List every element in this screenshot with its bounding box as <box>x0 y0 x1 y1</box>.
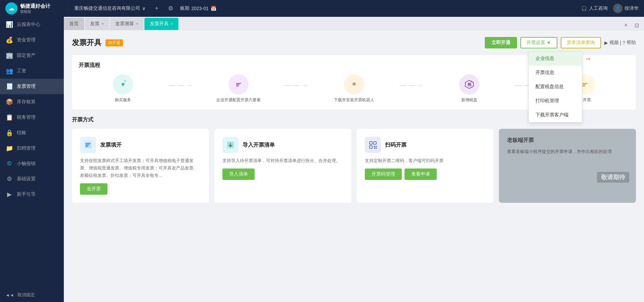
top-right: 🎧 人工咨询 👤 徐泽华 <box>581 4 639 13</box>
flow-arrow-3: — — → <box>400 81 424 96</box>
dropdown-item-download[interactable]: 下载开票客户端 <box>529 108 582 122</box>
sidebar-item-gudingzichan[interactable]: 🏢 固定资产 <box>0 48 64 63</box>
sidebar-item-gongzi[interactable]: 👥 工资 <box>0 63 64 79</box>
tab-home[interactable]: 首页 <box>64 18 84 30</box>
pin-icon: ◄◄ <box>5 293 14 298</box>
video-help-area[interactable]: ▶ 视频 | ? 帮助 <box>604 40 636 46</box>
sidebar-item-jichu[interactable]: ⚙ 基础设置 <box>0 171 64 187</box>
sidebar-item-fapiao[interactable]: 🧾 发票管理 <box>0 79 64 94</box>
calendar-icon[interactable]: 📅 <box>211 6 216 11</box>
scan-apply-btn[interactable]: 查看申请 <box>404 168 437 180</box>
svg-rect-16 <box>583 86 585 86</box>
tab-fapiao-kaiju[interactable]: 发票开具 × <box>144 18 178 30</box>
scan-buttons: 开票码管理 查看申请 <box>365 168 486 180</box>
dropdown-item-printer[interactable]: 打印机管理 <box>529 94 582 108</box>
tab-close-icon[interactable]: × <box>101 22 104 26</box>
help-label: 帮助 <box>627 40 636 46</box>
tab-fapiao-cesuan[interactable]: 发票测算 × <box>110 18 144 30</box>
company-selector[interactable]: 重庆畅捷交通信息咨询有限公司 ∨ <box>72 4 148 13</box>
svg-rect-5 <box>236 84 240 85</box>
boss-title: 老板端开票 <box>507 137 534 144</box>
abnormal-button[interactable]: 异常清单查询 <box>561 37 601 48</box>
user-area[interactable]: 👤 徐泽华 <box>613 4 639 13</box>
settings-icon[interactable]: ⚙ <box>165 3 176 13</box>
scan-manage-btn[interactable]: 开票码管理 <box>365 168 402 180</box>
tab-fapiao[interactable]: 发票 × <box>85 18 109 30</box>
fill-title: 发票填开 <box>100 142 122 149</box>
scan-desc: 支持定制开票二维码，客户端可扫码开票 <box>365 157 486 164</box>
step4-icon: 税+ <box>459 74 479 95</box>
people-icon: 👥 <box>5 67 13 75</box>
tab-label: 发票开具 <box>150 21 169 27</box>
dropdown-item-company[interactable]: 企业信息 → <box>529 51 582 66</box>
svg-rect-27 <box>374 148 375 149</box>
status-badge: 待开通 <box>105 39 123 46</box>
fill-btn[interactable]: 去开票 <box>80 183 108 195</box>
red-arrow-icon: → <box>585 55 591 63</box>
import-title: 导入开票清单 <box>243 142 275 149</box>
method-card-import: 导入开票清单 支持导入待开票清单，可对待开票清单进行拆分、合并处理。 导入清单 <box>214 129 351 203</box>
building-icon: 🏢 <box>5 52 13 59</box>
svg-rect-24 <box>370 146 372 148</box>
sidebar-item-kucun[interactable]: 📦 库存核算 <box>0 94 64 110</box>
sidebar-item-cancel[interactable]: ◄◄ 取消固定 <box>0 288 64 302</box>
tab-close-button[interactable]: × <box>621 21 631 30</box>
dropdown-label: 下载开票客户端 <box>535 112 568 117</box>
scan-title: 扫码开票 <box>385 142 406 149</box>
avatar: 👤 <box>613 4 622 13</box>
company-name: 重庆畅捷交通信息咨询有限公司 <box>74 5 140 11</box>
sidebar-bottom: ◄◄ 取消固定 <box>0 288 64 302</box>
svg-rect-18 <box>86 143 90 144</box>
boss-desc: 查看老板端小程序提交的开票申请，并作出相应的处理 <box>507 148 628 155</box>
divider: | <box>620 40 621 45</box>
tab-label: 发票 <box>90 21 99 27</box>
settings-label: 开票设置 <box>526 40 545 46</box>
import-btn[interactable]: 导入清单 <box>222 168 255 180</box>
tab-close-icon[interactable]: × <box>171 22 173 26</box>
activate-button[interactable]: 立即开通 <box>485 37 517 48</box>
step1-label: 购买服务 <box>115 97 131 103</box>
user-name: 徐泽华 <box>625 5 639 11</box>
sidebar-item-label: 工资 <box>17 68 26 74</box>
dropdown-label: 企业信息 <box>535 55 554 61</box>
sidebar-item-label: 云报表中心 <box>17 22 40 28</box>
sidebar-item-zijin[interactable]: 💰 资金管理 <box>0 32 64 48</box>
svg-rect-28 <box>376 148 377 149</box>
chart-icon: 📊 <box>5 21 13 28</box>
dropdown-item-tax-config[interactable]: 配置税盘信息 <box>529 80 582 94</box>
fill-icon <box>80 137 96 153</box>
content-area: 首页 发票 × 发票测算 × 发票开具 × × ⊡ <box>64 17 644 302</box>
top-divider <box>67 3 68 13</box>
folder-icon: 📁 <box>5 145 13 152</box>
method-header-scan: 扫码开票 <box>365 137 486 153</box>
tabs-right: × ⊡ <box>621 21 644 30</box>
cancel-label: 取消固定 <box>17 292 35 298</box>
page-actions: 立即开通 开票设置 ▼ 异常清单查询 ▶ 视频 | ? 帮助 <box>485 37 636 48</box>
sidebar-item-xiaochangbaoxiao[interactable]: © 小畅报销 <box>0 156 64 171</box>
tab-close-icon[interactable]: × <box>136 22 138 26</box>
app-badge: 旗舰版 <box>20 9 50 14</box>
sidebar-item-label: 库存核算 <box>17 99 36 105</box>
sidebar-item-label: 资金管理 <box>17 37 36 43</box>
support-label: 人工咨询 <box>589 5 608 11</box>
sidebar-item-jiezhang[interactable]: 🔒 结账 <box>0 125 64 141</box>
support-area[interactable]: 🎧 人工咨询 <box>581 5 608 11</box>
sidebar-item-yunbao[interactable]: 📊 云报表中心 <box>0 17 64 32</box>
sidebar-item-label: 归档管理 <box>17 145 36 151</box>
dropdown-item-invoice-info[interactable]: 开票信息 <box>529 66 582 80</box>
sidebar-item-label: 固定资产 <box>17 52 36 59</box>
tabs-bar: 首页 发票 × 发票测算 × 发票开具 × × ⊡ <box>64 17 644 30</box>
play-icon: ▶ <box>604 40 608 45</box>
sidebar-item-label: 税务管理 <box>17 114 36 120</box>
svg-rect-14 <box>583 83 587 84</box>
period-value: 2023-01 <box>191 6 209 11</box>
sidebar-item-shuiwu[interactable]: 📋 税务管理 <box>0 110 64 125</box>
sidebar-item-guidang[interactable]: 📁 归档管理 <box>0 141 64 156</box>
svg-rect-26 <box>376 146 377 147</box>
import-icon <box>222 137 239 153</box>
step3-label: 下载并安装开票机器人 <box>334 97 374 103</box>
add-button[interactable]: + <box>152 4 161 13</box>
settings-button[interactable]: 开票设置 ▼ <box>520 37 557 48</box>
sidebar-item-xinshou[interactable]: ▶ 新手引导 <box>0 187 64 202</box>
tab-maximize-button[interactable]: ⊡ <box>632 21 641 30</box>
